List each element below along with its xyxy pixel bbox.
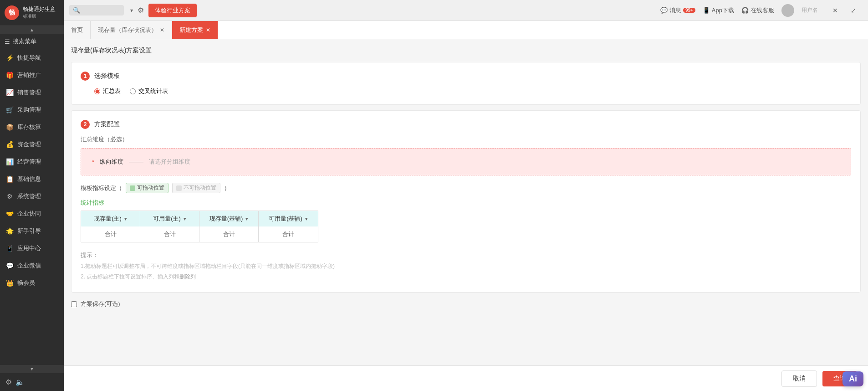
tab-inventory-close-icon[interactable]: ✕	[160, 27, 164, 33]
settings-icon[interactable]: ⚙	[5, 378, 12, 386]
header-right: 💬 消息 99+ 📱 App下载 🎧 在线客服 用户名	[660, 4, 818, 17]
sidebar-item-label: 基础信息	[17, 175, 41, 183]
save-option-label: 方案保存(可选)	[81, 300, 120, 308]
headset-icon: 🎧	[741, 7, 749, 14]
trial-industry-button[interactable]: 体验行业方案	[148, 4, 197, 17]
window-maximize-button[interactable]: ⤢	[844, 1, 863, 20]
stats-col-header-2[interactable]: 可用量(主) ▾	[140, 211, 199, 226]
template-cross-radio[interactable]	[130, 88, 136, 94]
non-draggable-badge: 不可拖动位置	[172, 183, 220, 193]
user-avatar[interactable]	[781, 4, 794, 17]
step2-title: 方案配置	[94, 120, 120, 129]
non-draggable-label: 不可拖动位置	[184, 184, 216, 192]
non-draggable-color-box	[176, 185, 182, 191]
save-option-checkbox[interactable]	[71, 301, 77, 307]
member-icon: 👑	[5, 279, 14, 287]
template-cross-option[interactable]: 交叉统计表	[130, 87, 168, 95]
speaker-icon[interactable]: 🔈	[15, 378, 25, 386]
stats-col-header-3[interactable]: 现存量(基辅) ▾	[199, 211, 259, 226]
sidebar-item-label: 应用中心	[17, 244, 41, 252]
stats-col-body-4: 合计	[259, 226, 318, 242]
stats-table-body: 合计 合计 合计 合计	[81, 226, 318, 242]
newbie-icon: 🌟	[5, 227, 14, 235]
sidebar-item-basic[interactable]: 📋 基础信息	[0, 170, 64, 188]
header-gear-icon[interactable]: ⚙	[138, 6, 144, 15]
online-service-button[interactable]: 🎧 在线客服	[741, 6, 774, 15]
username-label: 用户名	[802, 6, 818, 14]
sidebar-item-label: 企业协同	[17, 210, 41, 218]
app-download-label: App下载	[712, 6, 734, 15]
stats-col-body-3: 合计	[199, 226, 259, 242]
sidebar-item-purchase[interactable]: 🛒 采购管理	[0, 101, 64, 118]
sidebar-search[interactable]: ☰ 搜索菜单	[0, 34, 64, 49]
sidebar-item-quick-nav[interactable]: ⚡ 快捷导航	[0, 49, 64, 67]
dimension-placeholder: 请选择分组维度	[149, 158, 190, 166]
sidebar-nav: ⚡ 快捷导航 🎁 营销推广 📈 销售管理 🛒 采购管理 📦 库存核算 💰 资金管…	[0, 49, 64, 365]
stats-col-header-4[interactable]: 可用量(基辅) ▾	[259, 211, 318, 226]
app-logo: 畅 畅捷通好生意 标准版	[0, 0, 64, 26]
purchase-icon: 🛒	[5, 106, 14, 114]
sidebar-item-newbie[interactable]: 🌟 新手引导	[0, 222, 64, 240]
indicators-label-text: 模板指标设定（	[81, 184, 122, 192]
header-search-box[interactable]: 🔍	[69, 5, 124, 15]
app-name: 畅捷通好生意	[23, 6, 56, 13]
stats-col-label-3: 现存量(基辅)	[209, 215, 243, 223]
sidebar-item-marketing[interactable]: 🎁 营销推广	[0, 67, 64, 84]
marketing-icon: 🎁	[5, 71, 14, 79]
tab-inventory-status-label: 现存量（库存状况表）	[98, 26, 157, 34]
tab-inventory-status[interactable]: 现存量（库存状况表） ✕	[91, 21, 172, 39]
ai-badge[interactable]: Ai	[842, 371, 863, 386]
sidebar-item-app-center[interactable]: 📱 应用中心	[0, 240, 64, 257]
tab-new-scheme-label: 新建方案	[179, 26, 203, 34]
tab-home[interactable]: 首页	[64, 21, 91, 39]
tips-item-1: 1.拖动标题栏可以调整布局，不可跨维度或指标区域拖动栏目字段(只能在同一维度或指…	[81, 262, 851, 271]
sidebar-item-sales[interactable]: 📈 销售管理	[0, 84, 64, 101]
template-summary-option[interactable]: 汇总表	[94, 87, 121, 95]
tab-new-scheme[interactable]: 新建方案 ✕	[172, 21, 218, 39]
stats-section: 统计指标 现存量(主) ▾ 可用量(主) ▾ 现存量(基辅)	[81, 199, 851, 244]
search-input[interactable]	[83, 7, 110, 14]
template-summary-label: 汇总表	[103, 87, 121, 95]
stats-col-dropdown-2[interactable]: ▾	[184, 216, 186, 222]
sidebar-item-label: 系统管理	[17, 192, 41, 201]
sidebar-item-operation[interactable]: 📊 经营管理	[0, 153, 64, 170]
top-header: 🔍 ▾ ⚙ 体验行业方案 💬 消息 99+ 📱 App下载 🎧 在线客服 用户名	[64, 0, 868, 21]
sidebar-item-label: 经营管理	[17, 158, 41, 166]
sidebar-item-inventory[interactable]: 📦 库存核算	[0, 118, 64, 136]
stats-col-dropdown-1[interactable]: ▾	[124, 216, 127, 222]
template-options: 汇总表 交叉统计表	[94, 87, 851, 95]
sidebar-scroll-down[interactable]: ▼	[0, 365, 64, 373]
stats-col-dropdown-3[interactable]: ▾	[245, 216, 248, 222]
sidebar-item-member[interactable]: 👑 畅会员	[0, 274, 64, 292]
draggable-color-box	[130, 185, 135, 191]
sidebar-item-label: 采购管理	[17, 106, 41, 114]
cancel-button[interactable]: 取消	[781, 370, 817, 387]
stats-col-label-2: 可用量(主)	[153, 215, 181, 223]
sidebar-item-enterprise[interactable]: 🤝 企业协同	[0, 205, 64, 222]
tab-new-scheme-close-icon[interactable]: ✕	[206, 27, 210, 33]
bottom-bar: 取消 查询	[64, 365, 868, 391]
app-edition: 标准版	[23, 13, 56, 20]
dimension-box[interactable]: * 纵向维度 —— 请选择分组维度	[81, 148, 851, 175]
search-icon: 🔍	[73, 7, 80, 14]
header-dropdown-icon[interactable]: ▾	[130, 7, 133, 14]
tab-bar: 首页 现存量（库存状况表） ✕ 新建方案 ✕	[64, 21, 868, 39]
template-summary-radio[interactable]	[94, 88, 100, 94]
stats-col-dropdown-4[interactable]: ▾	[305, 216, 308, 222]
step2-number: 2	[81, 120, 90, 129]
app-download-button[interactable]: 📱 App下载	[703, 6, 734, 15]
logo-icon: 畅	[5, 5, 19, 20]
phone-icon: 📱	[703, 7, 710, 14]
search-icon: ☰	[5, 38, 10, 45]
indicator-settings: 模板指标设定（ 可拖动位置 不可拖动位置 ）	[81, 183, 851, 193]
sidebar-item-system[interactable]: ⚙ 系统管理	[0, 188, 64, 205]
window-close-button[interactable]: ✕	[826, 1, 844, 20]
enterprise-icon: 🤝	[5, 210, 14, 218]
sidebar-item-wechat[interactable]: 💬 企业微信	[0, 257, 64, 274]
sidebar-item-label: 企业微信	[17, 262, 41, 270]
sidebar-scroll-up[interactable]: ▲	[0, 26, 64, 34]
inventory-icon: 📦	[5, 123, 14, 131]
messages-button[interactable]: 💬 消息 99+	[660, 6, 695, 15]
sidebar-item-finance[interactable]: 💰 资金管理	[0, 136, 64, 153]
stats-col-header-1[interactable]: 现存量(主) ▾	[81, 211, 140, 226]
